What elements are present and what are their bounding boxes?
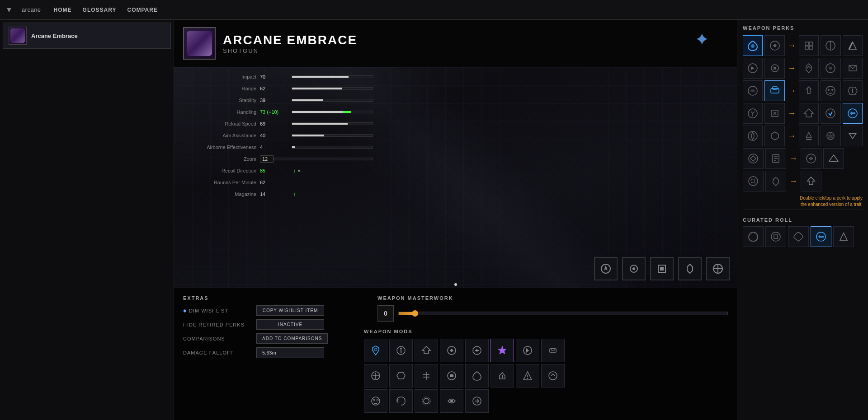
stat-value-impact: 70 <box>260 74 292 79</box>
mod-19[interactable] <box>415 389 438 413</box>
perk-2-4[interactable] <box>821 58 840 79</box>
perk-6-4[interactable] <box>823 148 844 169</box>
stat-value-aim: 40 <box>260 133 292 138</box>
curated-perk-5[interactable] <box>833 226 854 247</box>
mod-17[interactable] <box>364 389 387 413</box>
perk-7-3[interactable] <box>801 171 821 191</box>
mod-15[interactable] <box>516 364 539 387</box>
mod-3[interactable] <box>415 339 438 362</box>
mod-4[interactable] <box>440 339 463 362</box>
perk-6-3[interactable] <box>801 148 821 169</box>
curated-perk-2[interactable] <box>765 226 786 247</box>
inactive-btn[interactable]: INACTIVE <box>256 319 324 330</box>
perk-arrow-6: → <box>788 148 799 169</box>
nav-links: HOME GLOSSARY COMPARE <box>54 5 158 15</box>
perk-5-2[interactable] <box>764 126 784 146</box>
curated-perk-1[interactable] <box>743 226 764 247</box>
equipped-perk-4[interactable] <box>678 257 702 280</box>
mod-16[interactable] <box>541 364 565 387</box>
mod-14[interactable] <box>491 364 514 387</box>
filter-icon[interactable]: ▼ <box>5 6 13 14</box>
stat-bar-aim <box>292 134 373 137</box>
perk-7-2[interactable] <box>765 171 786 191</box>
perk-6-2[interactable] <box>765 148 786 169</box>
stat-row-rpm: Rounds Per Minute 62 <box>201 177 373 187</box>
damage-falloff-value: 5.63m <box>256 347 324 358</box>
perk-4-3[interactable] <box>799 103 819 124</box>
perk-1-1[interactable] <box>743 35 763 56</box>
perk-7-1[interactable] <box>743 171 764 191</box>
mod-21[interactable] <box>465 389 489 413</box>
svg-point-22 <box>527 378 528 379</box>
extras-panel: EXTRAS ◆ DIM WISHLIST COPY WISHLIST ITEM… <box>183 295 355 413</box>
mod-9[interactable] <box>364 364 387 387</box>
mod-8[interactable] <box>541 339 565 362</box>
mod-12[interactable] <box>440 364 463 387</box>
perk-1-4[interactable] <box>821 35 840 56</box>
curated-perk-4[interactable] <box>811 226 831 247</box>
equipped-perk-2[interactable] <box>622 257 646 280</box>
perk-2-1[interactable] <box>743 58 763 79</box>
mod-5[interactable] <box>465 339 489 362</box>
perk-5-1[interactable] <box>743 126 763 146</box>
sidebar-item-arcane-embrace[interactable]: Arcane Embrace <box>3 23 171 49</box>
masterwork-panel: WEAPON MASTERWORK 0 <box>364 295 728 322</box>
perk-arrow-2: → <box>787 58 797 79</box>
svg-point-25 <box>373 399 375 401</box>
equipped-perk-5[interactable] <box>706 257 730 280</box>
perk-2-3[interactable] <box>799 58 819 79</box>
perk-row-7: → <box>743 171 863 191</box>
mod-1[interactable] <box>364 339 387 362</box>
stat-label-reload: Reload Speed <box>201 121 260 126</box>
equipped-perk-3[interactable] <box>650 257 674 280</box>
masterwork-track[interactable] <box>398 312 728 315</box>
perk-3-4[interactable] <box>821 80 840 101</box>
mod-11[interactable] <box>415 364 438 387</box>
svg-point-45 <box>826 86 835 95</box>
mod-20[interactable] <box>440 389 463 413</box>
perk-5-3[interactable] <box>799 126 819 146</box>
perk-5-5[interactable] <box>843 126 863 146</box>
nav-compare[interactable]: COMPARE <box>127 5 158 15</box>
perk-5-4[interactable] <box>821 126 840 146</box>
perk-3-2[interactable] <box>764 80 784 101</box>
perk-3-1[interactable] <box>743 80 763 101</box>
perk-4-4[interactable] <box>821 103 840 124</box>
svg-rect-35 <box>805 46 808 49</box>
svg-point-23 <box>549 372 557 380</box>
mod-7[interactable] <box>516 339 539 362</box>
perk-4-5[interactable] <box>843 103 863 124</box>
stat-magazine-arrow: ↑ <box>293 191 296 197</box>
stat-bar-stability <box>292 99 373 102</box>
perk-1-5[interactable] <box>843 35 863 56</box>
perk-4-2[interactable] <box>764 103 784 124</box>
perk-4-1[interactable] <box>743 103 763 124</box>
mod-6[interactable] <box>491 339 514 362</box>
svg-point-64 <box>771 232 780 241</box>
stat-bar-impact <box>292 75 373 78</box>
perk-2-2[interactable] <box>764 58 784 79</box>
mod-13[interactable] <box>465 364 489 387</box>
curated-perk-3[interactable] <box>788 226 809 247</box>
perk-6-1[interactable] <box>743 148 764 169</box>
stat-value-reload: 69 <box>260 121 292 126</box>
perk-1-2[interactable] <box>764 35 784 56</box>
perk-3-3[interactable] <box>799 80 819 101</box>
nav-home[interactable]: HOME <box>54 5 72 15</box>
equipped-perk-1[interactable] <box>594 257 618 280</box>
extras-title: EXTRAS <box>183 295 355 301</box>
mod-2[interactable] <box>389 339 413 362</box>
copy-wishlist-btn[interactable]: COPY WISHLIST ITEM <box>256 305 324 316</box>
perk-3-5[interactable] <box>843 80 863 101</box>
masterwork-level: 0 <box>377 305 394 322</box>
stat-value-range: 62 <box>260 86 292 91</box>
mod-10[interactable] <box>389 364 413 387</box>
perk-1-3[interactable] <box>799 35 819 56</box>
masterwork-handle[interactable] <box>412 310 418 317</box>
add-comparisons-btn[interactable]: ADD TO COMPARISONS <box>256 333 328 344</box>
nav-glossary[interactable]: GLOSSARY <box>83 5 117 15</box>
stat-bar-fill-reload <box>292 123 348 125</box>
curated-roll-title: CURATED ROLL <box>743 217 863 223</box>
mod-18[interactable] <box>389 389 413 413</box>
perk-2-5[interactable] <box>843 58 863 79</box>
